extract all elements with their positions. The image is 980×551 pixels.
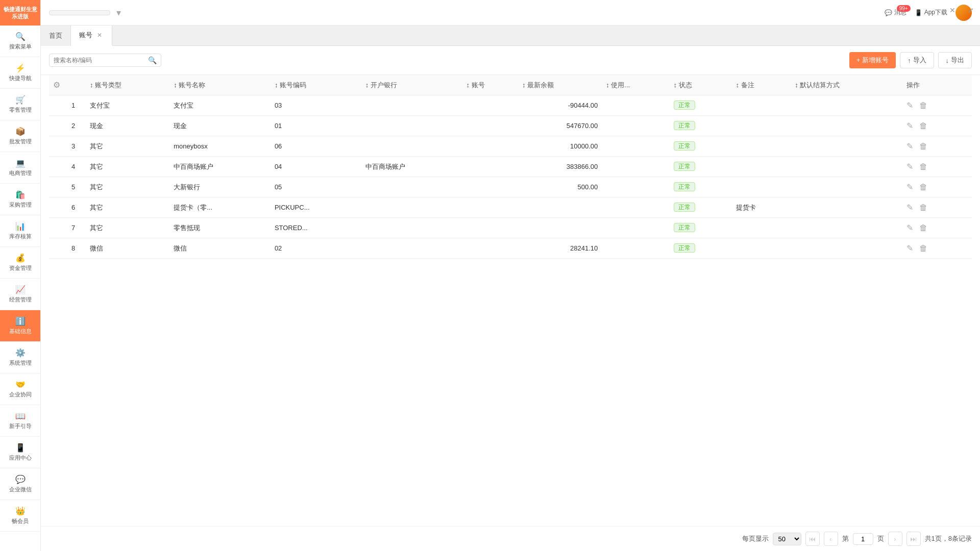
cell-bank-7 [361,238,462,259]
cell-use-5 [602,197,669,218]
message-icon: 💬 [885,9,892,16]
sidebar-label: 企业微信 [9,486,32,493]
cell-ops-3: ✎ 🗑 [902,157,972,177]
status-badge-4: 正常 [674,182,695,191]
sidebar-item-capital-manage[interactable]: 💰资金管理 [0,247,40,279]
add-account-button[interactable]: + 新增账号 [849,52,896,68]
edit-btn-3[interactable]: ✎ [906,162,913,171]
edit-btn-5[interactable]: ✎ [906,203,913,212]
page-input[interactable] [853,533,873,545]
sidebar-item-purchase-manage[interactable]: 🛍️采购管理 [0,184,40,215]
cell-type-6: 其它 [86,218,169,238]
delete-btn-2[interactable]: 🗑 [919,142,927,151]
cell-ops-5: ✎ 🗑 [902,197,972,218]
prev-page-btn[interactable]: ‹ [824,532,838,546]
tab-account[interactable]: 账号✕ [71,26,112,46]
page-size-select[interactable]: 50 100 200 [773,533,801,545]
sidebar-item-enterprise-wechat[interactable]: 💬企业微信 [0,468,40,500]
cell-account-no-0 [462,95,518,116]
edit-btn-7[interactable]: ✎ [906,244,913,253]
import-button[interactable]: ↑ 导入 [900,52,934,68]
sidebar-label: 基础信息 [9,328,32,335]
sidebar-item-ecommerce-manage[interactable]: 💻电商管理 [0,152,40,184]
cell-default-settle-3 [791,157,902,177]
sidebar-label: 搜索菜单 [9,43,32,51]
sidebar-label: 零售管理 [9,106,32,114]
sidebar-item-app-center[interactable]: 📱应用中心 [0,437,40,468]
search-input[interactable] [54,57,145,64]
delete-btn-6[interactable]: 🗑 [919,223,927,232]
sidebar-item-quick-nav[interactable]: ⚡快捷导航 [0,57,40,89]
status-badge-3: 正常 [674,162,695,171]
table-row: 5 其它 大新银行 05 500.00 正常 ✎ 🗑 [49,177,972,197]
delete-btn-1[interactable]: 🗑 [919,121,927,130]
cell-type-4: 其它 [86,177,169,197]
tab-home[interactable]: 首页 [41,26,71,46]
sidebar-item-beginner-guide[interactable]: 📖新手引导 [0,405,40,437]
app-download-button[interactable]: 📱 App下载 [915,8,947,17]
close-window-btn[interactable]: ✕ [943,1,962,19]
cell-default-settle-5 [791,197,902,218]
cell-default-settle-2 [791,136,902,157]
sidebar-item-inventory-calc[interactable]: 📊库存核算 [0,215,40,247]
table-row: 8 微信 微信 02 28241.10 正常 ✎ 🗑 [49,238,972,259]
messages-button[interactable]: 💬 消息 99+ [885,8,906,17]
dropdown-icon[interactable]: ▾ [116,7,121,18]
sidebar-label: 资金管理 [9,264,32,272]
cell-type-1: 现金 [86,116,169,136]
edit-btn-0[interactable]: ✎ [906,101,913,110]
delete-btn-7[interactable]: 🗑 [919,244,927,253]
sidebar-item-basic-info[interactable]: ℹ️基础信息 [0,310,40,342]
sidebar-item-search-menu[interactable]: 🔍搜索菜单 [0,26,40,57]
sidebar-item-retail-manage[interactable]: 🛒零售管理 [0,89,40,120]
cell-ops-6: ✎ 🗑 [902,218,972,238]
col-type: ↕ 账号类型 [86,75,169,95]
cell-gear-1 [49,116,67,136]
sidebar-item-wholesale-manage[interactable]: 📦批发管理 [0,120,40,152]
sidebar-item-vip-member[interactable]: 👑畅会员 [0,500,40,532]
next-page-btn[interactable]: › [888,532,902,546]
cell-status-4: 正常 [670,177,732,197]
sidebar-item-system-manage[interactable]: ⚙️系统管理 [0,342,40,373]
logo-text: 畅捷通财生意乐进版 [4,6,37,20]
search-bar[interactable]: 🔍 [49,54,161,67]
export-button[interactable]: ↓ 导出 [938,52,972,68]
sidebar-label: 库存核算 [9,233,32,240]
status-badge-2: 正常 [674,141,695,151]
edit-btn-1[interactable]: ✎ [906,121,913,130]
delete-btn-5[interactable]: 🗑 [919,203,927,212]
delete-btn-0[interactable]: 🗑 [919,101,927,110]
first-page-btn[interactable]: ⏮ [805,532,820,546]
cell-default-settle-6 [791,218,902,238]
cell-num-2: 3 [67,136,86,157]
cell-name-1: 现金 [169,116,271,136]
app-center-icon: 📱 [15,443,26,453]
tab-close-account[interactable]: ✕ [95,31,104,39]
sidebar-item-enterprise-agreement[interactable]: 🤝企业协同 [0,373,40,405]
delete-btn-3[interactable]: 🗑 [919,162,927,171]
top-header-left: ▾ [49,7,121,18]
cell-account-no-7 [462,238,518,259]
cell-code-0: 03 [271,95,361,116]
action-buttons: + 新增账号 ↑ 导入 ↓ 导出 [849,52,972,68]
col-use: ↕ 使用... [602,75,669,95]
gear-icon[interactable]: ⚙ [53,81,60,89]
edit-btn-2[interactable]: ✎ [906,142,913,151]
edit-btn-4[interactable]: ✎ [906,183,913,191]
maximize-window-btn[interactable]: ⤢ [962,1,980,19]
cell-num-6: 7 [67,218,86,238]
import-icon: ↑ [908,57,911,64]
cell-name-6: 零售抵现 [169,218,271,238]
cell-gear-0 [49,95,67,116]
sidebar-label: 系统管理 [9,359,32,367]
cell-ops-0: ✎ 🗑 [902,95,972,116]
cell-code-3: 04 [271,157,361,177]
search-icon[interactable]: 🔍 [148,56,157,64]
last-page-btn[interactable]: ⏭ [906,532,921,546]
accounts-table: ⚙ ↕ 账号类型 ↕ 账号名称 ↕ 账号编码 ↕ 开户银行 ↕ 账号 ↕ 最新余… [49,75,972,259]
sidebar-item-operation-manage[interactable]: 📈经营管理 [0,279,40,310]
cell-balance-6 [518,218,602,238]
delete-btn-4[interactable]: 🗑 [919,183,927,191]
edit-btn-6[interactable]: ✎ [906,223,913,232]
cell-type-7: 微信 [86,238,169,259]
